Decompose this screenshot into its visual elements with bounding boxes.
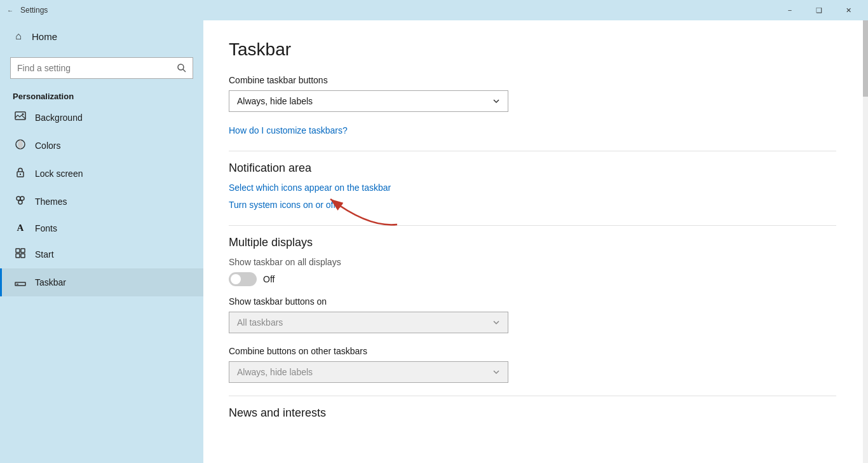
sidebar-item-start[interactable]: Start <box>0 240 203 268</box>
svg-line-1 <box>183 69 186 72</box>
search-box <box>10 57 193 79</box>
main-container: ⌂ Home Personalization <box>0 20 868 463</box>
search-icon-button[interactable] <box>171 57 193 79</box>
show-buttons-on-dropdown[interactable]: All taskbars <box>229 312 508 333</box>
home-icon: ⌂ <box>13 31 24 42</box>
multiple-displays-heading: Multiple displays <box>229 236 836 249</box>
themes-icon <box>15 195 26 209</box>
colors-icon <box>15 139 26 153</box>
title-bar-controls: − ❑ ✕ <box>775 0 863 20</box>
sidebar-home[interactable]: ⌂ Home <box>0 20 203 52</box>
combine-buttons-value: Always, hide labels <box>237 96 313 106</box>
home-label: Home <box>32 31 57 42</box>
show-taskbar-all-label: Show taskbar on all displays <box>229 257 836 267</box>
sidebar-item-themes[interactable]: Themes <box>0 188 203 216</box>
back-button[interactable]: ← <box>5 5 15 15</box>
system-icons-link[interactable]: Turn system icons on or off <box>229 200 336 210</box>
sidebar-item-colors-label: Colors <box>35 141 60 151</box>
taskbar-icon <box>15 275 26 289</box>
combine-other-value: Always, hide labels <box>237 367 313 377</box>
svg-point-9 <box>18 200 22 204</box>
combine-buttons-label: Combine taskbar buttons <box>229 75 836 85</box>
sidebar-item-lock-screen-label: Lock screen <box>35 169 83 179</box>
show-taskbar-toggle-row: Off <box>229 272 836 286</box>
scrollbar-thumb[interactable] <box>863 20 868 97</box>
sidebar-item-themes-label: Themes <box>35 197 67 207</box>
notification-icons-link[interactable]: Select which icons appear on the taskbar <box>229 183 836 193</box>
sidebar-item-fonts[interactable]: A Fonts <box>0 216 203 240</box>
search-input[interactable] <box>11 63 171 73</box>
search-container <box>0 52 203 86</box>
minimize-button[interactable]: − <box>775 0 804 20</box>
svg-rect-15 <box>17 284 18 285</box>
show-buttons-on-value: All taskbars <box>237 317 283 328</box>
divider-1 <box>229 151 836 151</box>
content-area: Taskbar Combine taskbar buttons Always, … <box>203 20 868 463</box>
svg-point-3 <box>22 113 24 115</box>
show-buttons-on-label: Show taskbar buttons on <box>229 296 836 307</box>
title-bar-title: Settings <box>20 6 48 15</box>
customize-taskbars-link[interactable]: How do I customize taskbars? <box>229 125 348 135</box>
svg-point-6 <box>20 174 21 175</box>
sidebar-item-taskbar-label: Taskbar <box>35 277 66 287</box>
divider-2 <box>229 225 836 226</box>
sidebar-item-background-label: Background <box>35 113 83 123</box>
notification-area-heading: Notification area <box>229 162 836 175</box>
search-icon <box>177 64 186 73</box>
show-taskbar-toggle[interactable] <box>229 272 257 286</box>
title-bar: ← Settings − ❑ ✕ <box>0 0 868 20</box>
personalization-section-title: Personalization <box>0 86 203 104</box>
fonts-icon: A <box>15 223 26 233</box>
sidebar-item-taskbar[interactable]: Taskbar <box>0 268 203 296</box>
sidebar-item-background[interactable]: Background <box>0 104 203 132</box>
system-icons-container: Turn system icons on or off <box>229 199 336 215</box>
sidebar-item-fonts-label: Fonts <box>35 223 57 233</box>
sidebar-item-start-label: Start <box>35 249 54 259</box>
divider-3 <box>229 396 836 396</box>
svg-point-8 <box>20 197 24 200</box>
chevron-down-icon-3 <box>492 368 500 376</box>
svg-rect-11 <box>21 249 25 252</box>
page-title: Taskbar <box>229 39 836 60</box>
toggle-off-label: Off <box>263 274 275 284</box>
chevron-down-icon <box>492 97 500 105</box>
chevron-down-icon-2 <box>492 319 500 326</box>
combine-other-label: Combine buttons on other taskbars <box>229 346 836 356</box>
sidebar: ⌂ Home Personalization <box>0 20 203 463</box>
close-button[interactable]: ✕ <box>834 0 863 20</box>
combine-other-dropdown[interactable]: Always, hide labels <box>229 361 508 383</box>
news-interests-heading: News and interests <box>229 406 836 420</box>
scrollbar-track <box>863 20 868 463</box>
svg-rect-10 <box>16 249 20 252</box>
sidebar-item-colors[interactable]: Colors <box>0 132 203 160</box>
combine-buttons-dropdown[interactable]: Always, hide labels <box>229 90 508 112</box>
sidebar-item-lock-screen[interactable]: Lock screen <box>0 160 203 188</box>
maximize-button[interactable]: ❑ <box>804 0 834 20</box>
svg-point-7 <box>17 197 20 200</box>
background-icon <box>15 111 26 125</box>
svg-point-0 <box>178 64 184 70</box>
start-icon <box>15 247 26 261</box>
title-bar-left: ← Settings <box>5 5 775 15</box>
svg-rect-13 <box>21 254 25 258</box>
svg-rect-12 <box>16 254 20 258</box>
lock-screen-icon <box>15 167 26 181</box>
